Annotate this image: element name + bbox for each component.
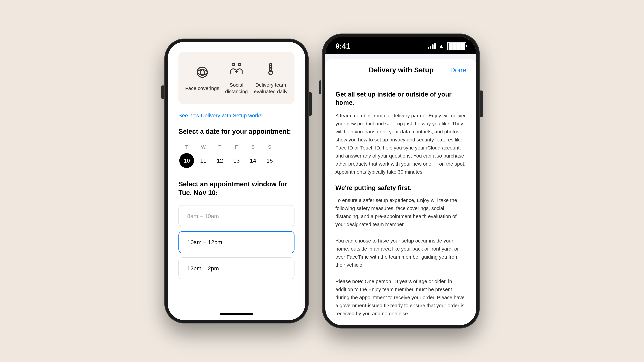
- date-section-title: Select a date for your appointment:: [178, 127, 294, 135]
- time-slot-10am[interactable]: 10am – 12pm: [178, 231, 294, 253]
- face-coverings-label: Face coverings: [185, 85, 219, 91]
- calendar-date-15[interactable]: 15: [262, 153, 277, 168]
- modal-sheet: Delivery with Setup Done Get all set up …: [325, 59, 476, 325]
- day-header-s1: S: [245, 144, 261, 150]
- svg-point-1: [238, 63, 241, 66]
- mask-icon: [195, 65, 210, 82]
- modal-section2-body2: You can choose to have your setup occur …: [336, 237, 466, 269]
- status-icons: ▲ ████: [428, 42, 466, 50]
- calendar-date-12[interactable]: 12: [212, 153, 227, 168]
- calendar-date-10[interactable]: 10: [179, 153, 194, 168]
- modal-section1-body: A team member from our delivery partner …: [336, 112, 466, 176]
- right-phone-frame: 9:41 ▲ ████: [322, 33, 480, 329]
- modal-section2-body1: To ensure a safer setup experience, Enjo…: [336, 196, 466, 228]
- status-bar: 9:41 ▲ ████: [325, 37, 476, 54]
- status-time: 9:41: [336, 42, 350, 50]
- dynamic-island: [384, 40, 418, 49]
- battery-icon: ████: [447, 42, 466, 50]
- calendar-header: T W T F S S: [178, 144, 294, 150]
- calendar-date-13[interactable]: 13: [229, 153, 244, 168]
- left-phone-frame: Face coverings: [164, 38, 308, 324]
- setup-link[interactable]: See how Delivery with Setup works: [178, 112, 294, 119]
- appointment-section-title: Select an appointment window for Tue, No…: [178, 180, 294, 197]
- modal-content: Get all set up inside or outside of your…: [325, 80, 476, 325]
- day-header-t2: T: [212, 144, 228, 150]
- safety-item-evaluated: Delivery team evaluated daily: [254, 61, 288, 95]
- modal-section1-title: Get all set up inside or outside of your…: [336, 90, 466, 107]
- safety-banner: Face coverings: [178, 52, 294, 104]
- social-distancing-label: Social distancing: [219, 82, 254, 95]
- signal-bars-icon: [428, 43, 436, 49]
- calendar-date-11[interactable]: 11: [196, 153, 211, 168]
- right-phone-screen: 9:41 ▲ ████: [325, 37, 476, 325]
- svg-point-0: [232, 63, 234, 66]
- social-distance-icon: [229, 61, 244, 78]
- delivery-team-label: Delivery team evaluated daily: [254, 82, 288, 95]
- right-screen-content: 9:41 ▲ ████: [325, 37, 476, 325]
- scheduling-content: Face coverings: [168, 42, 305, 279]
- time-slot-8am[interactable]: 8am – 10am: [178, 205, 294, 227]
- modal-done-button[interactable]: Done: [450, 66, 466, 74]
- modal-safety-title: We're putting safety first.: [336, 184, 466, 192]
- calendar: T W T F S S 10 11 12 13 14 15: [178, 144, 294, 168]
- calendar-dates: 10 11 12 13 14 15: [178, 153, 294, 168]
- safety-item-social-distancing: Social distancing: [219, 61, 254, 95]
- calendar-date-14[interactable]: 14: [246, 153, 260, 168]
- day-header-t1: T: [178, 144, 195, 150]
- safety-item-face-coverings: Face coverings: [185, 65, 219, 91]
- thermometer-icon: [263, 61, 278, 78]
- modal-header: Delivery with Setup Done: [325, 59, 476, 80]
- left-phone-screen: Face coverings: [168, 42, 305, 320]
- modal-section2-body3: Please note: One person 18 years of age …: [336, 277, 466, 318]
- day-header-w: W: [195, 144, 212, 150]
- day-header-s2: S: [261, 144, 278, 150]
- time-slot-12pm[interactable]: 12pm – 2pm: [178, 257, 294, 279]
- modal-title: Delivery with Setup: [352, 66, 450, 74]
- home-indicator: [220, 313, 253, 315]
- day-header-f: F: [228, 144, 245, 150]
- scheduling-screen: Face coverings: [168, 42, 305, 320]
- wifi-icon: ▲: [438, 42, 444, 50]
